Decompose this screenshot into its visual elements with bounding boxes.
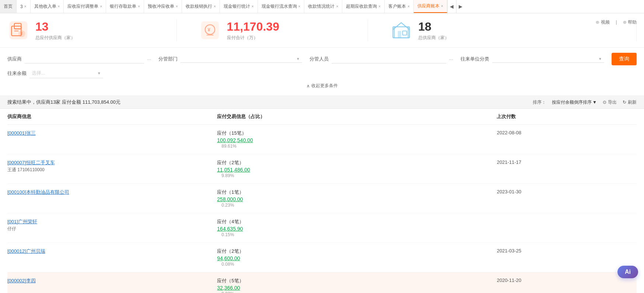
supplier-link-0[interactable]: [000001]张三	[7, 130, 217, 137]
close-icon[interactable]: ×	[176, 4, 178, 8]
transaction-cell-4: 应付（2笔） 94,600.00 0.08%	[217, 248, 497, 267]
nav-tab-bank-label: 银行存取款单	[110, 3, 136, 10]
nav-tab-supplier-ledger[interactable]: 供应商账本 ×	[414, 0, 447, 13]
nav-tab-collection-stats[interactable]: 收款情况统计 ×	[304, 0, 342, 13]
person-input[interactable]	[332, 55, 446, 63]
nav-tab-cash-stats[interactable]: 现金银行统计 ×	[220, 0, 258, 13]
transaction-amount-5[interactable]: 32,366.00	[217, 285, 497, 291]
nav-tab-3-label: 3	[20, 4, 23, 9]
table-header: 供应商信息 应付交易信息（占比） 上次付数	[7, 109, 637, 125]
supplier-cell-2: [000100]本特勤油品有限公司	[7, 189, 217, 196]
supplier-link-5[interactable]: [000002]李四	[7, 278, 217, 284]
transaction-amount-3[interactable]: 164,635.90	[217, 226, 497, 232]
close-icon[interactable]: ×	[252, 4, 254, 8]
nav-tab-customer-ledger[interactable]: 客户账本 ×	[385, 0, 414, 13]
video-link[interactable]: ⊙ 视频	[596, 19, 609, 25]
nav-next-arrow[interactable]: ▶	[456, 0, 465, 13]
supplier-link-2[interactable]: [000100]本特勤油品有限公司	[7, 189, 217, 196]
nav-tab-prepay[interactable]: 预收冲应收单 ×	[144, 0, 182, 13]
filter-supplier: 供应商 ···	[7, 55, 151, 63]
table-row[interactable]: [000012]广州贝瑞 应付（2笔） 94,600.00 0.08% 2021…	[7, 243, 637, 272]
transaction-amount-1[interactable]: 11,051,486.00	[217, 167, 497, 173]
stat-label-payable-total: 应付合计（万）	[227, 35, 279, 41]
close-icon[interactable]: ×	[298, 4, 301, 8]
help-link[interactable]: ⊙ 帮助	[623, 19, 637, 25]
close-icon[interactable]: ×	[24, 4, 27, 8]
supplier-cell-4: [000012]广州贝瑞	[7, 248, 217, 255]
stat-number-total-suppliers: 18	[418, 20, 449, 34]
help-label: 帮助	[628, 20, 637, 25]
last-payment-1: 2021-11-17	[497, 159, 521, 165]
supplier-link-4[interactable]: [000012]广州贝瑞	[7, 248, 217, 255]
nav-tab-cash-flow[interactable]: 现金银行流水查询 ×	[258, 0, 305, 13]
close-icon[interactable]: ×	[58, 4, 60, 8]
collapse-button[interactable]: ∧ 收起更多条件	[7, 81, 637, 90]
close-icon[interactable]: ×	[214, 4, 216, 8]
balance-select-placeholder: 选择...	[32, 70, 45, 76]
transaction-pct-5: 0.03%	[221, 291, 234, 293]
help-circle-icon: ⊙	[623, 20, 627, 25]
table-row[interactable]: [000100]本特勤油品有限公司 应付（1笔） 258,000.00 0.23…	[7, 184, 637, 213]
person-ellipsis-icon[interactable]: ···	[449, 56, 453, 62]
nav-tab-customer-ledger-label: 客户账本	[388, 3, 406, 10]
close-icon[interactable]: ×	[138, 4, 140, 8]
last-payment-4: 2021-03-25	[497, 248, 521, 254]
transaction-amount-4[interactable]: 94,600.00	[217, 255, 497, 261]
supplier-link-3[interactable]: [001]广州荣轩	[7, 218, 217, 225]
transaction-type-0: 应付（15笔）	[217, 130, 246, 136]
video-label: 视频	[601, 20, 610, 25]
collapse-label: 收起更多条件	[311, 83, 338, 89]
stat-number-payable-total: 11,170.39	[227, 20, 279, 34]
results-bar: 搜索结果中，供应商13家 应付金额 111,703,854.00元 排序： 按应…	[0, 96, 644, 109]
nav-tab-other-income[interactable]: 其他收入单 ×	[31, 0, 64, 13]
nav-tab-collection-label: 收款核销执行	[186, 3, 212, 10]
filter-section: 供应商 ··· 分管部门 ▼ 分管人员 ··· 往来单位分类 ▼ 查询 往	[0, 48, 644, 96]
table-row[interactable]: [000001]张三 应付（15笔） 100,092,540.00 89.61%…	[7, 125, 637, 154]
query-button[interactable]: 查询	[612, 53, 637, 65]
nav-tab-overdue[interactable]: 超期应收款查询 ×	[342, 0, 385, 13]
supplier-link-1[interactable]: [000007]恒旺二手叉车	[7, 159, 217, 166]
supplier-sub-3: 仔仔	[7, 226, 217, 232]
table-row[interactable]: [000002]李四 应付（5笔） 32,366.00 0.03% 2020-1…	[7, 272, 637, 293]
department-select[interactable]: ▼	[181, 55, 302, 63]
filter-department: 分管部门 ▼	[158, 55, 302, 63]
nav-tab-home[interactable]: 首页	[0, 0, 17, 13]
filter-balance-label: 往来余额	[7, 70, 27, 77]
filter-supplier-label: 供应商	[7, 56, 22, 62]
chevron-down-icon-2: ▼	[598, 57, 602, 61]
nav-tab-adjustment-label: 应收应付调整单	[67, 3, 98, 10]
transaction-type-2: 应付（1笔）	[217, 189, 244, 195]
supplier-input[interactable]	[25, 55, 144, 63]
stat-number-payable-suppliers: 13	[35, 20, 75, 34]
top-nav: 首页 3 × 其他收入单 × 应收应付调整单 × 银行存取款单 × 预收冲应收单…	[0, 0, 644, 13]
refresh-label: 刷新	[628, 99, 637, 106]
stat-label-total-suppliers: 总供应商（家）	[418, 35, 449, 41]
supplier-cell-1: [000007]恒旺二手叉车 王通 17106110000	[7, 159, 217, 173]
close-icon[interactable]: ×	[441, 4, 443, 8]
transaction-amount-0[interactable]: 100,092,540.00	[217, 137, 497, 143]
balance-select[interactable]: 选择... ▼	[29, 68, 103, 78]
close-icon[interactable]: ×	[336, 4, 338, 8]
last-payment-5: 2020-11-20	[497, 278, 521, 283]
table-row[interactable]: [001]广州荣轩 仔仔 应付（4笔） 164,635.90 0.15%	[7, 213, 637, 243]
sort-select[interactable]: 按应付余额倒序排序 ▼	[552, 99, 597, 106]
nav-tab-bank[interactable]: 银行存取款单 ×	[106, 0, 144, 13]
nav-tab-collection[interactable]: 收款核销执行 ×	[182, 0, 220, 13]
close-icon[interactable]: ×	[378, 4, 381, 8]
close-icon[interactable]: ×	[100, 4, 102, 8]
svg-rect-12	[398, 31, 401, 38]
export-label: 导出	[608, 99, 617, 106]
ai-button[interactable]: Ai	[617, 266, 638, 278]
supplier-ellipsis-icon[interactable]: ···	[147, 56, 151, 62]
last-payment-cell-5: 2020-11-20	[497, 278, 637, 283]
stat-label-payable-suppliers: 总应付供应商（家）	[35, 35, 75, 41]
nav-tab-3[interactable]: 3 ×	[17, 0, 31, 13]
table-row[interactable]: [000007]恒旺二手叉车 王通 17106110000 应付（2笔） 11,…	[7, 154, 637, 184]
transaction-amount-2[interactable]: 258,000.00	[217, 196, 497, 202]
nav-prev-arrow[interactable]: ◀	[447, 0, 456, 13]
category-select[interactable]: ▼	[492, 55, 604, 63]
nav-tab-adjustment[interactable]: 应收应付调整单 ×	[64, 0, 106, 13]
export-button[interactable]: ⊙ 导出	[603, 99, 617, 106]
refresh-button[interactable]: ↻ 刷新	[623, 99, 637, 106]
close-icon[interactable]: ×	[407, 4, 410, 8]
